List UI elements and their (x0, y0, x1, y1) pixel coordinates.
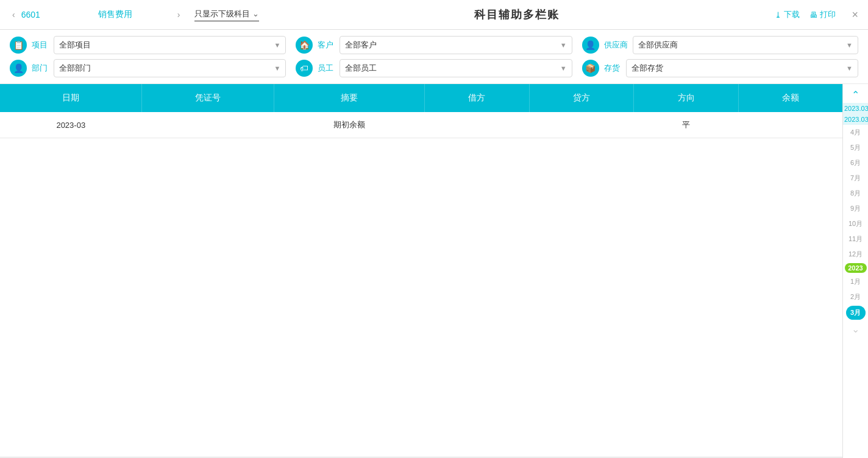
timeline-month-2[interactable]: 2月 (843, 289, 868, 305)
customer-label: 客户 (318, 40, 335, 51)
table-container[interactable]: 日期 凭证号 摘要 借方 贷方 方向 余额 2023-03 期初余额 (0, 84, 842, 458)
col-debit: 借方 (424, 84, 529, 112)
department-select[interactable]: 全部部门 ▼ (54, 59, 286, 77)
account-name-label: 销售费用 (98, 9, 171, 20)
top-bar: ‹ 6601 销售费用 › 只显示下级科目 ⌄ 科目辅助多栏账 ⤓ 下载 🖶 打… (0, 0, 868, 30)
project-filter-row: 📋 项目 全部项目 ▼ (10, 36, 286, 54)
project-icon: 📋 (10, 37, 27, 54)
project-value: 全部项目 (59, 40, 91, 51)
col-summary: 摘要 (274, 84, 424, 112)
timeline-month-5[interactable]: 5月 (843, 140, 868, 155)
employee-label: 员工 (318, 63, 335, 74)
table-header-row: 日期 凭证号 摘要 借方 贷方 方向 余额 (0, 84, 842, 112)
supplier-filter-row: 👤 供应商 全部供应商 ▼ (582, 36, 858, 54)
page-title: 科目辅助多栏账 (259, 7, 775, 22)
department-value: 全部部门 (59, 63, 91, 74)
inventory-label: 存货 (604, 63, 621, 74)
close-button[interactable]: × (852, 9, 858, 21)
cell-direction: 平 (634, 112, 739, 138)
col-voucher: 凭证号 (142, 84, 274, 112)
col-date: 日期 (0, 84, 142, 112)
supplier-icon: 👤 (582, 37, 599, 54)
print-button[interactable]: 🖶 打印 (809, 9, 836, 20)
table-row: 2023-03 期初余额 平 (0, 112, 842, 138)
inventory-value: 全部存货 (631, 63, 663, 74)
show-sub-label: 只显示下级科目 (194, 9, 250, 19)
col-credit: 贷方 (529, 84, 634, 112)
cell-voucher (142, 112, 274, 138)
timeline-month-1[interactable]: 1月 (843, 274, 868, 289)
timeline-month-8[interactable]: 8月 (843, 186, 868, 201)
timeline-down-arrow[interactable]: ⌄ (849, 321, 862, 337)
project-arrow-icon: ▼ (274, 41, 280, 49)
department-filter-row: 👤 部门 全部部门 ▼ (10, 59, 286, 77)
timeline-month-4[interactable]: 4月 (843, 125, 868, 140)
employee-arrow-icon: ▼ (560, 65, 567, 72)
data-table: 日期 凭证号 摘要 借方 贷方 方向 余额 2023-03 期初余额 (0, 84, 842, 138)
inventory-icon: 📦 (582, 60, 599, 77)
cell-credit (529, 112, 634, 138)
supplier-value: 全部供应商 (638, 40, 678, 51)
prev-account-arrow[interactable]: ‹ (10, 9, 18, 21)
col-direction: 方向 (634, 84, 739, 112)
timeline-panel: ⌃ 2023.03 2023.03 4月 5月 6月 7月 8月 9月 10月 (842, 84, 868, 458)
cell-debit (424, 112, 529, 138)
project-label: 项目 (32, 40, 49, 51)
customer-filter-row: 🏠 客户 全部客户 ▼ (296, 36, 572, 54)
timeline-year-badge[interactable]: 2023 (845, 263, 867, 273)
inventory-arrow-icon: ▼ (846, 65, 853, 72)
cell-summary: 期初余额 (274, 112, 424, 138)
download-label: 下载 (784, 9, 800, 20)
supplier-label: 供应商 (604, 40, 628, 51)
account-code-label: 6601 (21, 10, 94, 19)
timeline-month-12[interactable]: 12月 (843, 247, 868, 262)
timeline-month-3-selected[interactable]: 3月 (846, 306, 866, 320)
print-icon: 🖶 (809, 10, 817, 19)
show-sub-chevron-icon: ⌄ (252, 9, 259, 18)
department-icon: 👤 (10, 60, 27, 77)
timeline-period-2[interactable]: 2023.03 (843, 114, 868, 125)
customer-arrow-icon: ▼ (560, 41, 567, 49)
supplier-arrow-icon: ▼ (846, 41, 853, 49)
download-button[interactable]: ⤓ 下载 (775, 9, 800, 20)
project-select[interactable]: 全部项目 ▼ (54, 36, 286, 54)
show-sub-toggle[interactable]: 只显示下级科目 ⌄ (194, 9, 259, 21)
customer-select[interactable]: 全部客户 ▼ (340, 36, 572, 54)
timeline-month-11[interactable]: 11月 (843, 231, 868, 247)
timeline-month-7[interactable]: 7月 (843, 171, 868, 186)
cell-date: 2023-03 (0, 112, 142, 138)
timeline-up-arrow[interactable]: ⌃ (849, 86, 862, 103)
main-window: ‹ 6601 销售费用 › 只显示下级科目 ⌄ 科目辅助多栏账 ⤓ 下载 🖶 打… (0, 0, 868, 458)
department-label: 部门 (32, 63, 49, 74)
next-account-arrow[interactable]: › (175, 9, 183, 21)
employee-select[interactable]: 全部员工 ▼ (340, 59, 572, 77)
cell-balance (739, 112, 842, 138)
employee-value: 全部员工 (345, 63, 377, 74)
content-wrapper: 日期 凭证号 摘要 借方 贷方 方向 余额 2023-03 期初余额 (0, 84, 868, 458)
timeline-month-10[interactable]: 10月 (843, 216, 868, 231)
timeline-month-6[interactable]: 6月 (843, 155, 868, 171)
employee-filter-row: 🏷 员工 全部员工 ▼ (296, 59, 572, 77)
customer-value: 全部客户 (345, 40, 377, 51)
timeline-period-1[interactable]: 2023.03 (843, 103, 868, 114)
inventory-filter-row: 📦 存货 全部存货 ▼ (582, 59, 858, 77)
employee-icon: 🏷 (296, 60, 313, 77)
customer-icon: 🏠 (296, 37, 313, 54)
col-balance: 余额 (739, 84, 842, 112)
print-label: 打印 (820, 9, 836, 20)
account-nav: ‹ 6601 销售费用 › (10, 9, 182, 21)
department-arrow-icon: ▼ (274, 65, 280, 72)
top-actions: ⤓ 下载 🖶 打印 × (775, 9, 858, 21)
timeline-month-9[interactable]: 9月 (843, 201, 868, 216)
download-icon: ⤓ (775, 10, 781, 19)
inventory-select[interactable]: 全部存货 ▼ (626, 59, 858, 77)
filter-area: 📋 项目 全部项目 ▼ 🏠 客户 全部客户 ▼ 👤 供应商 全部供应商 ▼ (0, 30, 868, 84)
supplier-select[interactable]: 全部供应商 ▼ (633, 36, 858, 54)
